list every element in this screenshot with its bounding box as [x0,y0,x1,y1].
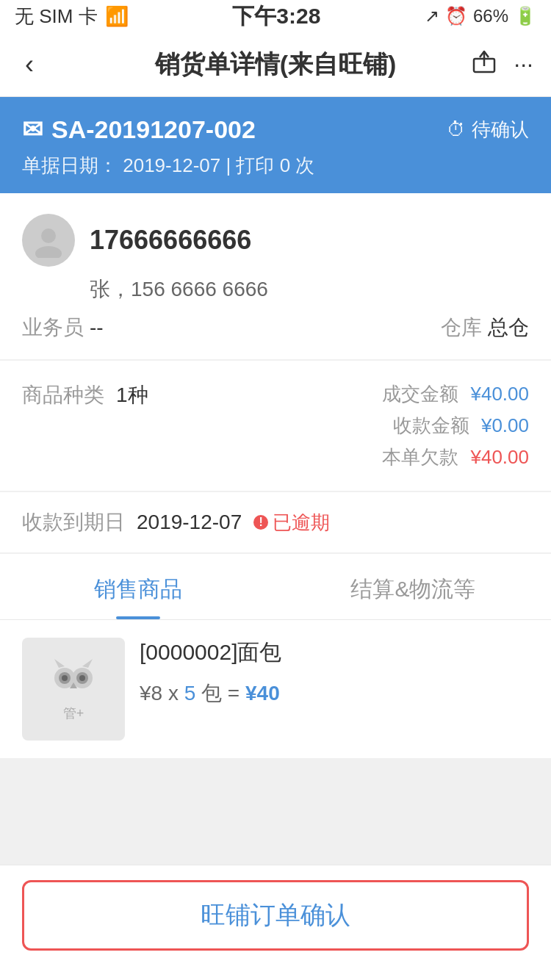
product-code: [0000002] [140,640,237,664]
product-qty: 5 [184,682,196,705]
order-date-value: 2019-12-07 [123,154,220,176]
order-header: ✉ SA-20191207-002 ⏱ 待确认 单据日期： 2019-12-07… [0,97,551,193]
wifi-icon: 📶 [105,5,129,28]
product-total: ¥40 [245,682,280,705]
tab-settlement[interactable]: 结算&物流等 [276,554,551,619]
avatar [22,214,75,267]
alarm-icon: ⏰ [445,6,467,26]
overdue-icon: ! [253,515,268,530]
amount-label: 成交金额 [382,381,458,407]
order-date-row: 单据日期： 2019-12-07 | 打印 0 次 [22,153,529,179]
price-equals: = [228,682,245,705]
share-icon[interactable] [472,50,496,79]
price-multiply: x [168,682,184,705]
page-title: 销货单详情(来自旺铺) [155,48,397,82]
warehouse-label: 仓库 [441,314,482,342]
tab-sales-products[interactable]: 销售商品 [0,554,276,619]
amount-row: 成交金额 ¥40.00 [382,381,529,407]
nav-bar: ‹ 销货单详情(来自旺铺) ··· [0,32,551,97]
overdue-badge: ! 已逾期 [253,510,330,536]
battery-text: 66% [473,6,508,26]
product-price: ¥8 x 5 包 = ¥40 [140,680,529,707]
order-print-info: | 打印 0 次 [226,154,314,176]
status-bar: 无 SIM 卡 📶 下午3:28 ↗ ⏰ 66% 🔋 [0,0,551,32]
tabs-section: 销售商品 结算&物流等 [0,554,551,758]
svg-marker-12 [82,659,93,668]
back-button[interactable]: ‹ [18,42,41,87]
product-type-value: 1种 [116,381,148,409]
customer-phone: 17666666666 [90,225,251,256]
owed-label: 本单欠款 [382,444,458,470]
battery-icon: 🔋 [514,6,536,26]
customer-section: 17666666666 张，156 6666 6666 业务员 -- 仓库 总仓 [0,193,551,359]
received-value: ¥0.00 [481,414,529,437]
status-clock-icon: ⏱ [447,118,466,141]
product-unit: 包 [201,682,222,705]
order-date-label: 单据日期： [22,154,118,176]
overdue-text: 已逾期 [273,510,330,536]
sales-label: 业务员 [22,314,84,342]
summary-section: 商品种类 1种 成交金额 ¥40.00 收款金额 ¥0.00 本单欠款 ¥40.… [0,361,551,491]
owed-value: ¥40.00 [470,446,529,469]
status-time: 下午3:28 [232,1,320,32]
product-name-text: 面包 [237,640,281,664]
order-icon: ✉ [22,115,43,144]
confirm-button[interactable]: 旺铺订单确认 [22,880,529,951]
bottom-bar: 旺铺订单确认 [0,865,551,980]
customer-meta: 业务员 -- 仓库 总仓 [22,314,529,342]
order-id: ✉ SA-20191207-002 [22,115,256,144]
product-logo [44,656,103,705]
received-row: 收款金额 ¥0.00 [393,413,529,439]
status-right: ↗ ⏰ 66% 🔋 [425,6,536,26]
product-info: [0000002]面包 ¥8 x 5 包 = ¥40 [140,638,529,707]
received-label: 收款金额 [393,413,469,439]
product-image: 管+ [22,638,125,741]
sales-value: -- [90,316,104,339]
status-text: 待确认 [472,117,529,143]
svg-marker-11 [54,659,65,668]
status-left: 无 SIM 卡 📶 [15,4,129,29]
product-name: [0000002]面包 [140,638,529,668]
nav-right-actions: ··· [472,50,533,79]
svg-point-9 [79,675,85,681]
warehouse-meta: 仓库 总仓 [441,314,529,342]
amount-value: ¥40.00 [470,383,529,406]
due-label: 收款到期日 [22,508,125,536]
product-logo-text: 管+ [44,705,103,722]
sales-meta: 业务员 -- [22,314,104,342]
svg-point-2 [41,228,56,243]
order-id-text: SA-20191207-002 [51,115,256,144]
product-type-item: 商品种类 1种 [22,381,382,409]
order-status: ⏱ 待确认 [447,117,529,143]
svg-point-8 [62,675,68,681]
product-type-label: 商品种类 [22,381,104,409]
product-item: 管+ [0000002]面包 ¥8 x 5 包 = ¥40 [22,638,529,741]
product-list: 管+ [0000002]面包 ¥8 x 5 包 = ¥40 [0,620,551,758]
customer-name: 张，156 6666 6666 [22,275,529,303]
more-icon[interactable]: ··· [514,51,533,78]
owed-row: 本单欠款 ¥40.00 [382,444,529,470]
warehouse-value: 总仓 [488,314,529,342]
tabs-header: 销售商品 结算&物流等 [0,554,551,620]
due-date-value: 2019-12-07 [137,511,242,534]
price-unit: ¥8 [140,682,162,705]
location-icon: ↗ [425,6,439,26]
svg-point-3 [35,246,62,258]
due-date-section: 收款到期日 2019-12-07 ! 已逾期 [0,492,551,552]
sim-text: 无 SIM 卡 [15,4,98,29]
